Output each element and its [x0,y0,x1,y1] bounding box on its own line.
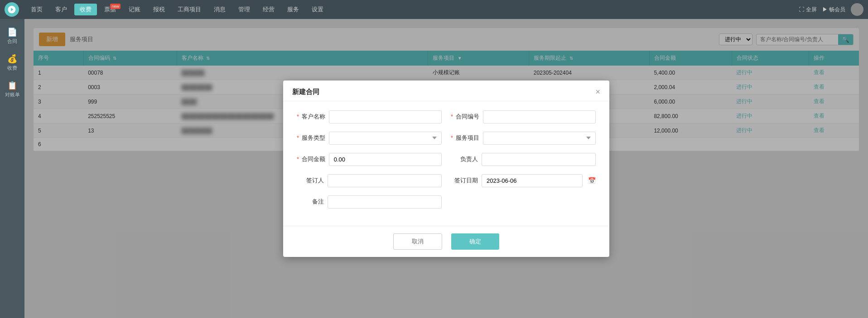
remark-input[interactable] [328,195,442,209]
sign-date-label: 签订日期 [451,176,478,185]
form-row-3: * 合同金额 负责人 [297,153,596,166]
form-row-5: 备注 [297,195,596,209]
service-type-select[interactable] [329,132,442,145]
confirm-button[interactable]: 确定 [451,233,499,250]
nav-right-area: ⛶ 全屏 ▶ 畅会员 [799,3,863,16]
nav-business[interactable]: 工商项目 [172,4,207,15]
nav-bookkeeping[interactable]: 记账 [123,4,146,15]
nav-customer[interactable]: 客户 [50,4,72,15]
contract-amount-input[interactable] [329,153,442,166]
new-contract-modal: 新建合同 × * 客户名称 [283,81,609,257]
app-logo [5,2,19,17]
field-person-in-charge: 负责人 [451,153,596,166]
form-row-4: 签订人 签订日期 📅 [297,174,596,187]
nav-settings[interactable]: 设置 [306,4,329,15]
main-layout: 📄 合同 💰 收费 📋 对账单 新增 服务项目 进行中 已完成 已终止 [0,19,868,318]
sidebar-label-contract: 合同 [7,38,17,45]
field-customer-name: * 客户名称 [297,110,442,123]
remark-label: 备注 [297,198,324,206]
member-button[interactable]: ▶ 畅会员 [822,6,845,14]
contract-number-input[interactable] [483,110,596,123]
field-signer: 签订人 [297,174,442,187]
modal-body: * 客户名称 * 合同编号 [283,101,609,226]
modal-footer: 取消 确定 [283,226,609,257]
cancel-button[interactable]: 取消 [393,233,442,250]
customer-name-label: * 客户名称 [297,113,325,121]
sidebar: 📄 合同 💰 收费 📋 对账单 [0,19,24,318]
nav-fee[interactable]: 收费 [74,4,97,15]
nav-invoice[interactable]: 票据 new [99,4,121,15]
sidebar-label-reconciliation: 对账单 [5,91,20,98]
person-in-charge-label: 负责人 [451,155,478,163]
fee-icon: 💰 [7,54,17,64]
person-in-charge-input[interactable] [482,153,596,166]
calendar-icon[interactable]: 📅 [588,177,596,184]
signer-input[interactable] [328,174,442,187]
nav-home[interactable]: 首页 [25,4,48,15]
required-star-5: * [297,156,299,162]
customer-name-input[interactable] [329,110,442,123]
signer-label: 签订人 [297,176,324,185]
field-service-type: * 服务类型 [297,132,442,145]
modal-overlay: 新建合同 × * 客户名称 [24,19,868,318]
sidebar-item-fee[interactable]: 💰 收费 [0,50,24,75]
sidebar-item-contract[interactable]: 📄 合同 [0,24,24,48]
service-item-select[interactable] [483,132,596,145]
modal-header: 新建合同 × [283,81,609,101]
modal-close-button[interactable]: × [595,88,600,96]
service-type-label: * 服务类型 [297,134,325,142]
field-contract-amount: * 合同金额 [297,153,442,166]
field-remark: 备注 [297,195,442,209]
nav-operation[interactable]: 经营 [257,4,280,15]
field-contract-number: * 合同编号 [451,110,596,123]
service-item-label-modal: * 服务项目 [451,134,479,142]
fullscreen-button[interactable]: ⛶ 全屏 [799,6,816,14]
modal-title: 新建合同 [292,88,319,96]
required-star-2: * [451,113,453,120]
nav-tax[interactable]: 报税 [148,4,170,15]
required-star: * [297,113,299,120]
content-area: 新增 服务项目 进行中 已完成 已终止 🔍 [24,19,868,318]
sidebar-item-reconciliation[interactable]: 📋 对账单 [0,77,24,102]
form-row-2: * 服务类型 * 服务项目 [297,132,596,145]
field-sign-date: 签订日期 📅 [451,174,596,187]
sign-date-input[interactable] [482,174,583,187]
nav-message[interactable]: 消息 [208,4,231,15]
contract-number-label: * 合同编号 [451,113,479,121]
nav-manage[interactable]: 管理 [233,4,256,15]
field-service-item: * 服务项目 [451,132,596,145]
contract-icon: 📄 [7,27,17,37]
user-avatar[interactable] [851,3,863,16]
nav-service[interactable]: 服务 [282,4,304,15]
top-navigation: 首页 客户 收费 票据 new 记账 报税 工商项目 消息 管理 经营 服务 设… [0,0,868,19]
reconciliation-icon: 📋 [7,81,17,90]
new-badge: new [110,4,121,9]
sidebar-label-fee: 收费 [7,65,17,71]
form-row-1: * 客户名称 * 合同编号 [297,110,596,123]
required-star-4: * [451,134,453,141]
required-star-3: * [297,134,299,141]
contract-amount-label: * 合同金额 [297,155,325,163]
